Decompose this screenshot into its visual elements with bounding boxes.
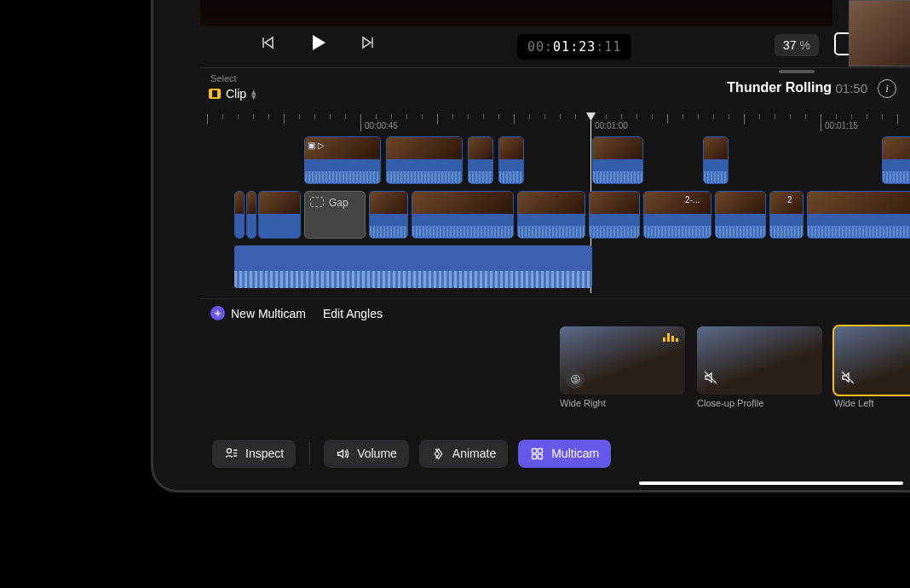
inspect-icon	[224, 447, 239, 461]
timeline-clip[interactable]	[246, 191, 256, 239]
timeline-clip[interactable]	[592, 136, 643, 184]
project-title: Thunder Rolling	[727, 80, 832, 95]
ruler-mark: 00:00:45	[360, 121, 398, 131]
secondary-viewer-thumb[interactable]	[849, 0, 910, 66]
tc-hours: 00:	[527, 39, 553, 55]
mute-icon	[703, 370, 718, 389]
edit-angles-button[interactable]: Edit Angles	[323, 307, 383, 320]
tc-minsec: 01:23	[553, 39, 596, 55]
new-multicam-label: New Multicam	[231, 307, 306, 320]
timeline-clip[interactable]	[882, 136, 910, 184]
svg-rect-1	[533, 448, 537, 453]
primary-lane: Gap 2-... 2	[200, 191, 910, 239]
timeline-clip[interactable]	[234, 191, 245, 239]
plus-icon: +	[210, 306, 225, 320]
play-icon[interactable]	[308, 32, 328, 53]
mute-icon	[840, 370, 855, 389]
multicam-panel: + New Multicam Edit Angles Ⓢ Wide Right …	[200, 298, 910, 418]
clip-icon	[209, 89, 221, 99]
viewer-bar: 00:01:23:11 37 %	[200, 0, 910, 68]
timeline-clip[interactable]	[517, 191, 585, 239]
gap-icon	[310, 197, 324, 207]
timeline-clip[interactable]	[258, 191, 301, 239]
timeline-clip[interactable]	[589, 191, 640, 239]
timeline-clip[interactable]	[412, 191, 514, 239]
svg-rect-4	[539, 454, 543, 458]
tc-frames: :11	[596, 39, 621, 55]
multicam-button[interactable]: Multicam	[518, 440, 611, 468]
timeline-clip[interactable]	[468, 136, 493, 184]
timeline-ruler[interactable]: 00:00:45 00:01:00 00:01:15	[200, 114, 910, 135]
inspect-button[interactable]: Inspect	[212, 440, 296, 468]
project-header: Select Clip ▴▾ Thunder Rolling 01:50 i	[200, 72, 910, 112]
home-indicator[interactable]	[639, 481, 903, 485]
zoom-value: 37	[783, 38, 797, 52]
connected-lane: ▣ ▷	[200, 136, 910, 184]
audio-lane	[200, 245, 910, 288]
zoom-unit: %	[799, 38, 809, 52]
timeline-clip[interactable]	[369, 191, 408, 239]
transport-controls	[260, 32, 376, 53]
svg-point-0	[227, 448, 231, 453]
angle-label: Close-up Profile	[697, 398, 822, 408]
animate-label: Animate	[452, 447, 496, 460]
multicam-icon	[530, 447, 544, 461]
gap-label: Gap	[329, 197, 348, 209]
svg-rect-3	[533, 454, 537, 458]
timeline-clip[interactable]	[807, 191, 910, 239]
angle-label: Wide Left	[834, 398, 910, 408]
volume-button[interactable]: Volume	[324, 440, 409, 468]
volume-label: Volume	[357, 447, 397, 460]
skip-forward-icon[interactable]	[360, 35, 376, 50]
timeline-clip[interactable]: ▣ ▷	[304, 136, 381, 184]
selection-mode-picker[interactable]: Clip ▴▾	[209, 87, 256, 101]
multicam-angle[interactable]: Close-up Profile	[697, 326, 822, 408]
info-icon[interactable]: i	[878, 79, 896, 98]
animate-button[interactable]: Animate	[419, 440, 508, 468]
audio-clip[interactable]	[234, 245, 592, 288]
new-multicam-button[interactable]: + New Multicam	[210, 306, 306, 320]
gap-clip[interactable]: Gap	[304, 191, 366, 239]
multicam-label: Multicam	[551, 447, 599, 460]
multicam-angle[interactable]: Ⓢ Wide Right	[560, 326, 685, 408]
volume-icon	[336, 447, 350, 461]
svg-rect-2	[539, 448, 543, 453]
timeline-clip[interactable]	[386, 136, 463, 184]
ruler-mark: 00:01:15	[821, 121, 858, 131]
divider	[309, 442, 310, 464]
chevron-updown-icon: ▴▾	[251, 89, 256, 99]
editor-window: 00:01:23:11 37 % Select Clip ▴▾ Thunder …	[153, 0, 910, 490]
timeline-clip[interactable]	[715, 191, 766, 239]
selection-mode-label: Clip	[226, 87, 246, 101]
source-badge-icon: Ⓢ	[566, 370, 585, 389]
bottom-toolbar: Inspect Volume Animate Multicam	[200, 435, 910, 471]
inspect-label: Inspect	[245, 447, 284, 460]
skip-back-icon[interactable]	[260, 35, 275, 50]
timeline-clip[interactable]	[703, 136, 729, 184]
drag-handle[interactable]	[779, 70, 815, 73]
angle-label: Wide Right	[560, 398, 685, 408]
zoom-control[interactable]: 37 %	[775, 34, 819, 56]
multicam-angle-selected[interactable]: Wide Left	[834, 326, 910, 408]
timeline-clip[interactable]	[498, 136, 524, 184]
project-duration: 01:50	[835, 81, 867, 95]
timecode-display[interactable]: 00:01:23:11	[517, 34, 631, 60]
ruler-mark: 00:01:00	[590, 121, 628, 131]
select-label: Select	[210, 73, 237, 84]
timeline-clip[interactable]: 2	[769, 191, 803, 239]
timeline[interactable]: ▣ ▷ Gap 2-... 2	[200, 136, 910, 298]
animate-icon	[431, 447, 446, 461]
audio-meter-icon	[663, 331, 678, 342]
timeline-clip[interactable]: 2-...	[643, 191, 711, 239]
